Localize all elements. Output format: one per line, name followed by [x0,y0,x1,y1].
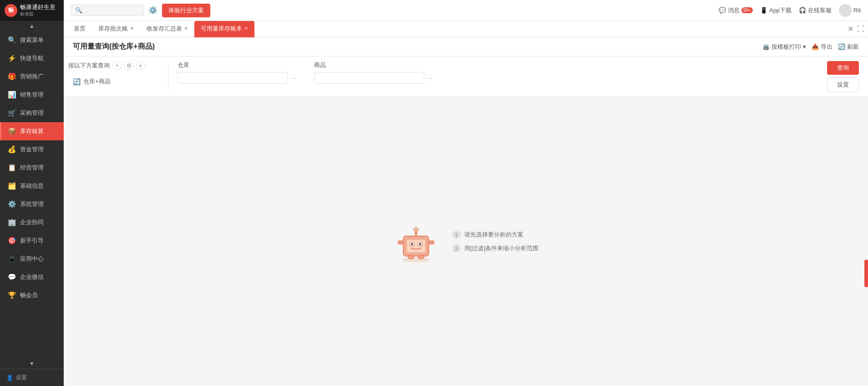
page-content: 可用量查询(按仓库+商品) 🖨️ 按模板打印 ▾ 📤 导出 🔄 刷新 [64,37,868,386]
product-more-button[interactable]: ··· [427,74,432,82]
headset-icon: 🎧 [799,7,806,14]
product-input[interactable] [314,72,424,84]
sidebar-item-membership[interactable]: 🏆 畅会员 [0,286,64,304]
app_center-icon: 📱 [8,255,16,263]
sidebar-nav: 🔍 搜索菜单 ⚡ 快捷导航 🎁 营销推广 📊 销售管理 🛒 采购管理 📦 库存核… [0,31,64,359]
purchase-icon: 🛒 [8,109,16,117]
sidebar-item-wechat[interactable]: 💬 企业微信 [0,268,64,286]
onboarding-icon: 🎯 [8,237,16,245]
expand-icon[interactable]: ⛶ [857,25,864,33]
sidebar-item-label: 采购管理 [20,109,44,117]
search-icon: 🔍 [8,36,16,44]
sidebar-item-label: 应用中心 [20,255,44,263]
settings-button[interactable]: 设置 [827,77,859,92]
sidebar-item-shortcut[interactable]: ⚡ 快捷导航 [0,49,64,67]
sidebar-item-operations[interactable]: 📋 经营管理 [0,159,64,177]
svg-rect-3 [407,240,425,252]
svg-point-9 [414,227,418,232]
close-tab-batch-account[interactable]: ✕ [130,26,134,31]
empty-state: 1 请先选择要分析的方案 2 用[过滤]条件来缩小分析范围 [64,97,868,386]
system-icon: ⚙️ [8,200,16,208]
sidebar-item-basic_info[interactable]: 🗂️ 基础信息 [0,177,64,195]
customer-service-button[interactable]: 🎧 在线客服 [799,6,832,15]
top-search-input[interactable] [85,7,135,14]
sidebar-item-onboarding[interactable]: 🎯 新手引导 [0,232,64,250]
sidebar-item-inventory[interactable]: 📦 库存核算 [0,122,64,140]
industry-solution-button[interactable]: 体验行业方案 [162,4,210,17]
tab-receipt-summary[interactable]: 收发存汇总表 ✕ [140,21,194,37]
filter-fields: 仓库 ··· 商品 ··· 查询 设置 [168,61,868,92]
template-print-button[interactable]: 🖨️ 按模板打印 ▾ [762,43,806,51]
edition-label: 标准版 [20,11,56,17]
sidebar-item-label: 库存核算 [20,127,44,135]
sidebar-item-label: 搜索菜单 [20,36,44,44]
sidebar-item-system[interactable]: ⚙️ 系统管理 [0,195,64,213]
svg-point-0 [402,257,430,262]
collapse-scheme-button[interactable]: « [136,61,145,70]
add-scheme-button[interactable]: + [112,61,122,70]
top-bar: 🔍 ⚙️ 体验行业方案 💬 消息 99+ 📱 App下载 🎧 在线客服 Rit [64,0,868,21]
sidebar-scroll-down[interactable]: ▼ [0,359,64,369]
svg-rect-10 [398,241,403,244]
export-icon: 📤 [812,43,819,50]
sidebar-footer: 👤 设置 [0,369,64,386]
sidebar-item-sales[interactable]: 📊 销售管理 [0,86,64,104]
shortcut-icon: ⚡ [8,54,16,62]
edit-scheme-button[interactable]: ⚙ [124,61,133,70]
message-badge: 99+ [741,7,753,13]
sidebar-item-label: 新手引导 [20,237,44,245]
top-search-box[interactable]: 🔍 [71,5,144,16]
close-tab-receipt-summary[interactable]: ✕ [184,26,188,31]
tab-home[interactable]: 首页 [67,21,92,37]
app-icon: 📱 [760,7,767,14]
user-avatar-button[interactable]: Rit [839,4,861,17]
chevron-down-icon: ▾ [803,43,806,50]
svg-point-7 [419,243,421,246]
svg-point-6 [411,243,413,246]
page-header: 可用量查询(按仓库+商品) 🖨️ 按模板打印 ▾ 📤 导出 🔄 刷新 [64,37,868,57]
membership-icon: 🏆 [8,291,16,299]
svg-rect-11 [429,241,434,244]
scheme-icon: 🔄 [73,78,81,85]
sidebar-item-marketing_promo[interactable]: 🎁 营销推广 [0,67,64,86]
sidebar-item-label: 营销推广 [20,72,44,81]
sidebar-item-label: 企业协同 [20,218,44,226]
warehouse-input[interactable] [178,72,288,84]
sidebar-item-enterprise[interactable]: 🏢 企业协同 [0,213,64,232]
print-icon: 🖨️ [762,43,770,50]
query-button[interactable]: 查询 [827,61,859,75]
settings-icon[interactable]: ⚙️ [148,6,157,15]
sidebar: 畅 畅康通好生意 标准版 ▲ 🔍 搜索菜单 ⚡ 快捷导航 🎁 营销推广 📊 销售… [0,0,64,386]
main-area: 🔍 ⚙️ 体验行业方案 💬 消息 99+ 📱 App下载 🎧 在线客服 Rit [64,0,868,386]
empty-hint-list: 1 请先选择要分析的方案 2 用[过滤]条件来缩小分析范围 [452,231,538,252]
wechat-icon: 💬 [8,273,16,281]
sidebar-scroll-up[interactable]: ▲ [0,21,64,31]
sidebar-item-app_center[interactable]: 📱 应用中心 [0,250,64,268]
scheme-warehouse-product[interactable]: 🔄 仓库+商品 [68,74,163,89]
sidebar-item-purchase[interactable]: 🛒 采购管理 [0,104,64,122]
page-title: 可用量查询(按仓库+商品) [73,42,155,51]
tab-batch-account[interactable]: 库存批次账 ✕ [92,21,140,37]
warehouse-more-button[interactable]: ··· [290,74,296,82]
filter-scheme-label: 按以下方案查询 [68,62,110,70]
sidebar-item-search[interactable]: 🔍 搜索菜单 [0,31,64,49]
search-icon: 🔍 [75,7,82,14]
warehouse-filter-group: 仓库 ··· [178,61,296,84]
finance-icon: 💰 [8,145,16,154]
refresh-button[interactable]: 🔄 刷新 [838,43,859,51]
sidebar-item-finance[interactable]: 💰 资金管理 [0,140,64,159]
message-button[interactable]: 💬 消息 99+ [719,6,753,15]
empty-hint-1: 1 请先选择要分析的方案 [452,231,538,239]
close-tab-icon[interactable]: ✕ [848,25,853,33]
app-download-button[interactable]: 📱 App下载 [760,6,792,15]
tab-available-ledger[interactable]: 可用量库存账本 ✕ [194,21,254,37]
sidebar-header: 畅 畅康通好生意 标准版 [0,0,64,21]
close-tab-available-ledger[interactable]: ✕ [244,26,248,31]
product-filter-group: 商品 ··· [314,61,432,84]
filter-schemes: 按以下方案查询 + ⚙ « 🔄 仓库+商品 [64,61,168,92]
top-bar-actions: 💬 消息 99+ 📱 App下载 🎧 在线客服 Rit [719,4,861,17]
marketing_promo-icon: 🎁 [8,72,16,81]
export-button[interactable]: 📤 导出 [812,43,832,51]
inventory-icon: 📦 [8,127,16,135]
empty-hint-2: 2 用[过滤]条件来缩小分析范围 [452,244,538,252]
